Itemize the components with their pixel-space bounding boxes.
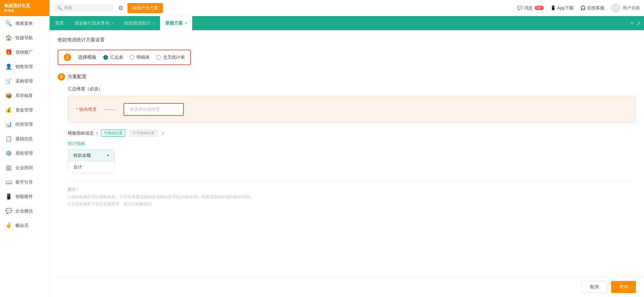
radio-cross[interactable]: 交叉统计表 [156, 54, 185, 60]
radio-summary-label: 汇总表 [110, 54, 123, 60]
settings-icon[interactable]: ⚙ [118, 4, 123, 12]
metrics-section: 模板指标设定（ 可拖动位置 不可拖动位置 ） 统计指标 收款金额 ▾ 合计 [68, 130, 636, 174]
metrics-movable-tag: 可拖动位置 [101, 130, 125, 137]
member-icon: ✌️ [5, 222, 12, 229]
sidebar-item-sales[interactable]: 👤销售管理 [0, 59, 49, 74]
message-button[interactable]: 💬 消息 99+ [517, 5, 544, 11]
dimension-row: 纵向维度 —— 请选择分组维度 [76, 103, 628, 116]
radio-detail-input[interactable] [130, 55, 135, 60]
config-section: 汇总维度（必选） 纵向维度 —— 请选择分组维度 模板指标设定（ 可 [68, 86, 636, 207]
sidebar-item-label: 销售管理 [15, 64, 33, 70]
app-download-button[interactable]: 📱 App下载 [550, 5, 574, 11]
vertical-dimension-label: 纵向维度 [76, 106, 97, 112]
sidebar-item-member[interactable]: ✌️畅会员 [0, 218, 49, 233]
radio-detail[interactable]: 明细表 [130, 54, 150, 60]
tab-actions: × ⤢ [631, 20, 644, 27]
topbar-search[interactable]: 🔍 搜索 [54, 4, 114, 12]
step1-section: 1 选择模板 汇总表 明细表 交叉统计表 [58, 50, 636, 65]
tab-label: 收款情况统计 [124, 20, 150, 26]
column-header-text: 收款金额 [73, 152, 91, 158]
beginner-icon: 📖 [5, 179, 12, 185]
sidebar-item-enterprise[interactable]: 🏢企业协同 [0, 160, 49, 175]
metrics-suffix-text: ） [162, 130, 166, 136]
app-icon: 📱 [550, 5, 556, 10]
sidebar-item-finance[interactable]: 💰资金管理 [0, 103, 49, 117]
column-dropdown-icon[interactable]: ▾ [107, 153, 109, 158]
trial-button[interactable]: 体验行业方案 [127, 3, 163, 13]
tab-label: 首页 [55, 20, 64, 26]
user-avatar [611, 3, 621, 13]
step1-header: 1 选择模板 汇总表 明细表 交叉统计表 [58, 50, 636, 65]
operation-icon: 📊 [5, 121, 12, 128]
marketing-icon: 🎁 [5, 49, 12, 55]
maximize-window-icon[interactable]: ⤢ [636, 20, 641, 27]
tab-close-icon[interactable]: × [185, 21, 187, 25]
tab-label: 现金银行流水查询 [74, 20, 109, 26]
main-area: 🔍 搜索 ⚙ 体验行业方案 💬 消息 99+ 📱 App下载 🎧 在线客服 用户… [50, 0, 644, 297]
tips-item-2: 2.点击标题栏下拉可设置排序、插入列和删除列 [68, 201, 636, 207]
finance-icon: 💰 [5, 107, 12, 113]
sidebar-item-purchase[interactable]: 🛒采购管理 [0, 74, 49, 88]
query-button[interactable]: 查询 [611, 281, 636, 293]
sidebar-item-inventory[interactable]: 📦库存核算 [0, 88, 49, 103]
tab-cash-bank[interactable]: 现金银行流水查询× [69, 16, 119, 30]
dimension-select[interactable]: 请选择分组维度 [123, 103, 184, 116]
sidebar-item-label: 畅会员 [15, 222, 29, 229]
metrics-config-header: 模板指标设定（ 可拖动位置 不可拖动位置 ） [68, 130, 636, 137]
step2-section: 2 方案配置 汇总维度（必选） 纵向维度 —— 请选择分组维度 [58, 73, 636, 207]
sidebar-item-search-menu[interactable]: 🔍搜索菜单 [0, 16, 49, 31]
tab-new-plan[interactable]: 新建方案× [160, 16, 192, 30]
online-service-label: 在线客服 [587, 5, 604, 11]
tabbar: 首页现金银行流水查询×收款情况统计×新建方案× × ⤢ [50, 16, 644, 30]
basic-info-icon: 📋 [5, 136, 12, 142]
message-icon: 💬 [517, 5, 523, 10]
step2-header: 2 方案配置 [58, 73, 636, 81]
tab-close-icon[interactable]: × [111, 21, 113, 25]
user-info[interactable]: 用户名称 [611, 3, 640, 13]
message-label: 消息 [524, 5, 533, 11]
step1-title: 选择模板 [78, 54, 97, 60]
stats-table-header[interactable]: 收款金额 ▾ [68, 150, 114, 161]
search-placeholder-text: 搜索 [64, 5, 72, 11]
sidebar-item-quick-nav[interactable]: 🏠快捷导航 [0, 31, 49, 45]
topbar: 🔍 搜索 ⚙ 体验行业方案 💬 消息 99+ 📱 App下载 🎧 在线客服 用户… [50, 0, 644, 16]
template-selection-box: 1 选择模板 汇总表 明细表 交叉统计表 [58, 50, 191, 65]
sidebar-item-beginner[interactable]: 📖新手引导 [0, 175, 49, 189]
sidebar-item-smart-hw[interactable]: 📱智能硬件 [0, 189, 49, 204]
dimension-area: 纵向维度 —— 请选择分组维度 [68, 96, 636, 123]
cancel-button[interactable]: 取消 [582, 281, 607, 293]
radio-cross-input[interactable] [156, 55, 161, 60]
sys-manage-icon: ⚙️ [5, 150, 12, 156]
radio-summary[interactable]: 汇总表 [103, 54, 123, 60]
service-icon: 🎧 [580, 5, 586, 10]
tab-close-icon[interactable]: × [152, 21, 154, 25]
wechat-icon: 💬 [5, 208, 12, 214]
sidebar-item-sys-manage[interactable]: ⚙️系统管理 [0, 146, 49, 160]
tab-home[interactable]: 首页 [50, 16, 69, 30]
tab-label: 新建方案 [165, 20, 183, 26]
sidebar-item-label: 采购管理 [15, 78, 33, 84]
radio-summary-input[interactable] [103, 55, 108, 60]
inventory-icon: 📦 [5, 92, 12, 99]
tips-title: 提示： [68, 187, 636, 192]
radio-cross-label: 交叉统计表 [163, 54, 185, 60]
close-window-icon[interactable]: × [631, 20, 634, 26]
tips-section: 提示： 1.拖动标题栏可以调整布局，不可跨维度或指标区域拖动目字段(只能在同一维… [68, 181, 636, 207]
sidebar-item-label: 企业微信 [15, 208, 33, 214]
sidebar-item-basic-info[interactable]: 📋基础信息 [0, 132, 49, 146]
tab-receipts-stat[interactable]: 收款情况统计× [119, 16, 160, 30]
sidebar-item-wechat[interactable]: 💬企业微信 [0, 204, 49, 218]
enterprise-icon: 🏢 [5, 164, 12, 171]
sidebar-logo: 畅捷通好生意 标准版 [0, 0, 49, 16]
footer-bar: 取消 查询 [50, 277, 644, 297]
step1-number: 1 [64, 54, 71, 61]
sidebar-item-label: 基础信息 [15, 136, 33, 142]
sidebar-item-marketing[interactable]: 🎁营销推广 [0, 45, 49, 59]
logo-main-text: 畅捷通好生意 [4, 3, 30, 8]
user-name: 用户名称 [623, 5, 640, 11]
sidebar-item-label: 营销推广 [15, 49, 33, 55]
sidebar-item-operation[interactable]: 📊经营管理 [0, 117, 49, 132]
online-service-button[interactable]: 🎧 在线客服 [580, 5, 604, 11]
sidebar-item-label: 资金管理 [15, 107, 33, 113]
metrics-fixed-tag: 不可拖动位置 [129, 130, 158, 137]
